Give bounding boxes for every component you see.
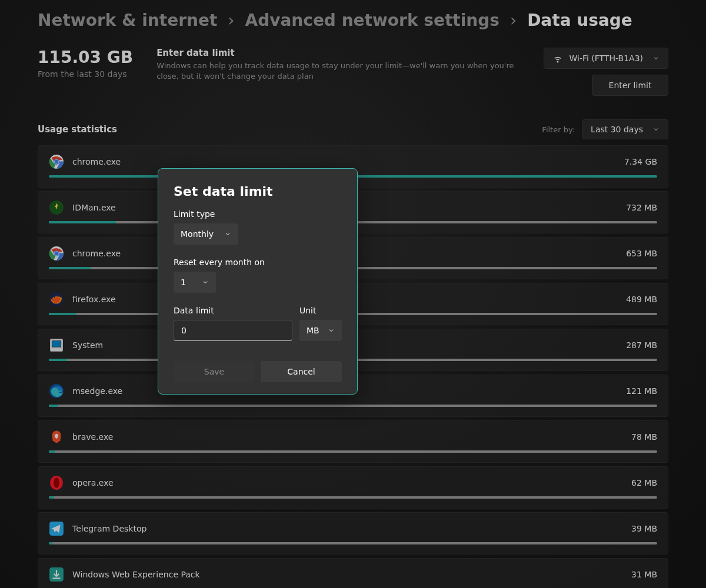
wifi-icon <box>552 53 563 64</box>
breadcrumb-network[interactable]: Network & internet <box>38 11 217 30</box>
usage-row[interactable]: brave.exe 78 MB <box>38 420 668 463</box>
usage-row[interactable]: Telegram Desktop 39 MB <box>38 512 668 554</box>
app-usage: 31 MB <box>631 570 657 579</box>
limit-type-label: Limit type <box>174 209 342 219</box>
enter-limit-title: Enter data limit <box>156 48 520 58</box>
app-usage: 287 MB <box>626 340 657 350</box>
usage-row[interactable]: opera.exe 62 MB <box>38 466 668 509</box>
unit-label: Unit <box>299 306 342 315</box>
app-name: firefox.exe <box>72 295 116 304</box>
filter-by-label: Filter by: <box>542 125 575 134</box>
wwep-icon <box>49 567 64 582</box>
usage-bar <box>49 496 657 499</box>
svg-point-0 <box>558 61 559 62</box>
app-name: msedge.exe <box>72 386 122 396</box>
chrome-icon <box>49 154 64 169</box>
app-name: chrome.exe <box>72 249 121 258</box>
reset-day-select[interactable]: 1 <box>174 272 216 293</box>
usage-bar <box>49 405 657 407</box>
chevron-down-icon <box>224 230 231 238</box>
set-data-limit-dialog: Set data limit Limit type Monthly Reset … <box>158 168 358 395</box>
app-usage: 78 MB <box>631 432 657 442</box>
app-usage: 653 MB <box>626 249 657 258</box>
wifi-selector[interactable]: Wi-Fi (FTTH-B1A3) <box>544 48 668 69</box>
reset-day-value: 1 <box>181 278 186 287</box>
app-usage: 732 MB <box>626 203 657 212</box>
breadcrumb: Network & internet › Advanced network se… <box>0 0 706 30</box>
app-usage: 7.34 GB <box>624 157 657 166</box>
idm-icon <box>49 200 64 215</box>
opera-icon <box>49 475 64 490</box>
app-name: Windows Web Experience Pack <box>72 570 200 579</box>
cancel-button[interactable]: Cancel <box>261 361 342 382</box>
telegram-icon <box>49 521 64 536</box>
svg-point-16 <box>54 477 59 487</box>
chevron-right-icon: › <box>228 11 234 30</box>
save-button[interactable]: Save <box>174 361 255 382</box>
usage-bar <box>49 542 657 544</box>
app-name: System <box>72 340 103 350</box>
enter-limit-desc: Windows can help you track data usage to… <box>156 61 520 82</box>
system-icon <box>49 338 64 353</box>
chrome-icon <box>49 246 64 261</box>
chevron-down-icon <box>202 279 209 286</box>
app-usage: 62 MB <box>631 478 657 487</box>
filter-dropdown[interactable]: Last 30 days <box>582 119 668 139</box>
wifi-selector-label: Wi-Fi (FTTH-B1A3) <box>569 54 643 63</box>
total-usage-sub: From the last 30 days <box>38 69 133 79</box>
brave-icon <box>49 429 64 445</box>
filter-dropdown-label: Last 30 days <box>591 125 643 134</box>
enter-limit-button-label: Enter limit <box>609 81 652 90</box>
chevron-down-icon <box>652 55 660 62</box>
enter-limit-button[interactable]: Enter limit <box>592 75 668 96</box>
unit-value: MB <box>307 326 319 335</box>
app-name: Telegram Desktop <box>72 524 146 533</box>
chevron-right-icon: › <box>510 11 517 30</box>
dialog-title: Set data limit <box>174 184 342 199</box>
svg-rect-19 <box>53 577 61 579</box>
app-usage: 121 MB <box>626 386 657 396</box>
breadcrumb-advanced[interactable]: Advanced network settings <box>245 11 499 30</box>
limit-type-value: Monthly <box>181 229 214 239</box>
data-limit-label: Data limit <box>174 306 292 315</box>
usage-statistics-title: Usage statistics <box>38 124 117 135</box>
svg-point-9 <box>55 252 59 256</box>
chevron-down-icon <box>328 327 335 334</box>
total-usage-value: 115.03 GB <box>38 48 133 67</box>
data-limit-input[interactable] <box>174 320 292 341</box>
breadcrumb-current: Data usage <box>527 11 632 30</box>
app-usage: 39 MB <box>631 524 657 533</box>
usage-bar <box>49 450 657 453</box>
chevron-down-icon <box>652 126 660 133</box>
app-name: IDMan.exe <box>72 203 116 212</box>
unit-select[interactable]: MB <box>299 320 342 341</box>
svg-point-4 <box>55 160 59 164</box>
firefox-icon <box>49 292 64 307</box>
app-usage: 489 MB <box>626 295 657 304</box>
app-name: chrome.exe <box>72 157 121 166</box>
limit-type-select[interactable]: Monthly <box>174 223 238 245</box>
usage-row[interactable]: Windows Web Experience Pack 31 MB <box>38 558 668 588</box>
app-name: brave.exe <box>72 432 113 442</box>
reset-day-label: Reset every month on <box>174 258 342 267</box>
app-name: opera.exe <box>72 478 114 487</box>
edge-icon <box>49 383 64 399</box>
svg-rect-12 <box>52 340 61 347</box>
